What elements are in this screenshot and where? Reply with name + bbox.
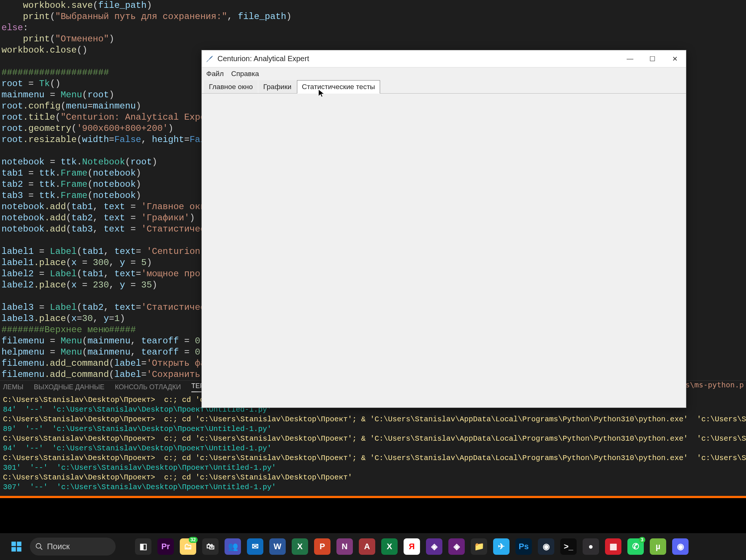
vs-icon[interactable]: ◈: [448, 538, 465, 555]
svg-rect-1: [17, 542, 21, 546]
search-icon: [35, 542, 43, 551]
discord-icon[interactable]: ◉: [672, 538, 689, 555]
vs2022-icon[interactable]: ◈: [426, 538, 442, 555]
svg-rect-0: [12, 542, 16, 546]
svg-rect-3: [17, 547, 21, 551]
yandex-icon[interactable]: Я: [404, 538, 420, 555]
start-button[interactable]: [7, 538, 25, 556]
whatsapp-icon[interactable]: ✆3: [627, 538, 644, 555]
terminal-icon[interactable]: >_: [560, 538, 577, 555]
tab-problems[interactable]: ЛЕМЫ: [3, 383, 23, 391]
excel2-icon[interactable]: X: [381, 538, 398, 555]
task-view-icon[interactable]: ◧: [135, 538, 151, 555]
taskbar: Поиск ◧Pr🗂32🛍👥✉WXPNAXЯ◈◈📁✈Ps◉>_●▦✆3µ◉: [0, 533, 746, 560]
tab-debug-console[interactable]: КОНСОЛЬ ОТЛАДКИ: [115, 383, 181, 391]
steam-icon[interactable]: ◉: [538, 538, 554, 555]
svg-point-4: [36, 544, 41, 548]
tkinter-window: Centurion: Analytical Expert — ☐ ✕ Файл …: [201, 50, 686, 408]
minimize-button[interactable]: —: [619, 50, 641, 67]
explorer-icon[interactable]: 🗂32: [180, 538, 196, 555]
terminal[interactable]: C:\Users\Stanislav\Desktop\Проект> c:; c…: [0, 394, 746, 498]
notebook-body: [202, 94, 686, 408]
titlebar[interactable]: Centurion: Analytical Expert — ☐ ✕: [202, 50, 686, 67]
utorrent-icon[interactable]: µ: [650, 538, 666, 555]
photoshop-icon[interactable]: Ps: [515, 538, 532, 555]
svg-line-5: [40, 548, 43, 550]
premiere-icon[interactable]: Pr: [157, 538, 174, 555]
tab-statistical-tests[interactable]: Статистические тесты: [297, 80, 380, 94]
tab-main-window[interactable]: Главное окно: [204, 80, 258, 93]
word-icon[interactable]: W: [269, 538, 286, 555]
search-input[interactable]: Поиск: [30, 538, 116, 556]
teams-icon[interactable]: 👥: [225, 538, 241, 555]
menu-file[interactable]: Файл: [206, 70, 224, 78]
files-icon[interactable]: 📁: [471, 538, 487, 555]
close-button[interactable]: ✕: [664, 50, 686, 67]
status-bar: [0, 496, 746, 498]
maximize-button[interactable]: ☐: [641, 50, 664, 67]
windows-icon: [10, 541, 22, 553]
telegram-icon[interactable]: ✈: [493, 538, 510, 555]
onenote-icon[interactable]: N: [336, 538, 353, 555]
menubar: Файл Справка: [202, 67, 686, 80]
tab-charts[interactable]: Графики: [258, 80, 297, 93]
powerpoint-icon[interactable]: P: [314, 538, 330, 555]
cursor-icon: [317, 89, 326, 98]
search-placeholder: Поиск: [47, 542, 70, 551]
amd-icon[interactable]: ▦: [605, 538, 621, 555]
window-title: Centurion: Analytical Expert: [217, 54, 619, 63]
outlook-icon[interactable]: ✉: [247, 538, 263, 555]
access-icon[interactable]: A: [359, 538, 375, 555]
menu-help[interactable]: Справка: [231, 70, 259, 78]
notebook-tabs: Главное окно Графики Статистические тест…: [202, 80, 686, 94]
app-icon: [206, 55, 214, 63]
svg-rect-2: [12, 547, 16, 551]
excel-icon[interactable]: X: [292, 538, 308, 555]
tab-output[interactable]: ВЫХОДНЫЕ ДАННЫЕ: [34, 383, 104, 391]
store-icon[interactable]: 🛍: [202, 538, 219, 555]
obs-icon[interactable]: ●: [583, 538, 599, 555]
